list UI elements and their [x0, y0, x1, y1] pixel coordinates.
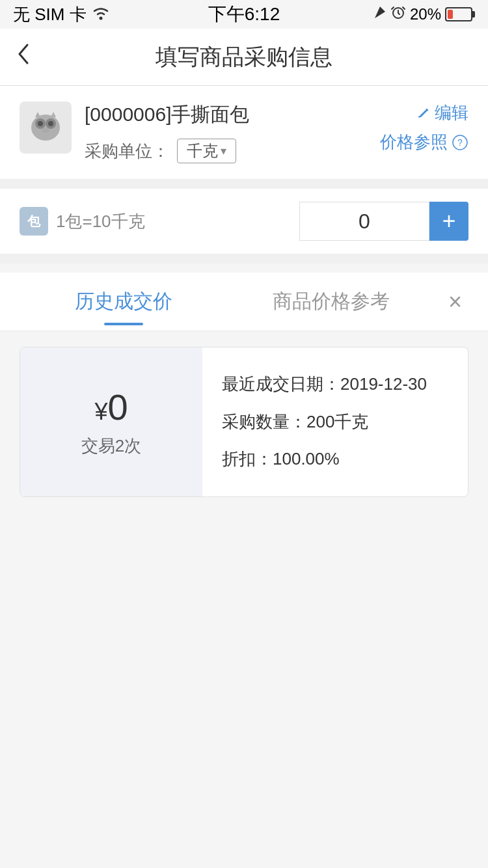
price-card-left: ¥0 交易2次 — [20, 347, 202, 496]
quantity-section: 包 1包=10千克 0 + — [0, 189, 488, 254]
svg-point-7 — [42, 128, 49, 133]
tab-history-label: 历史成交价 — [75, 290, 172, 312]
product-logo-text — [26, 105, 65, 150]
unit-dropdown-arrow: ▾ — [221, 144, 226, 158]
tabs-close-button[interactable]: × — [442, 282, 468, 322]
status-right: 20% — [373, 5, 475, 24]
status-bar: 无 SIM 卡 下午6:12 20% — [0, 0, 488, 29]
wifi-icon — [92, 5, 110, 25]
quantity-input[interactable]: 0 — [299, 202, 429, 241]
discount-value: 100.00% — [273, 449, 340, 468]
section-divider-2 — [0, 254, 488, 264]
price-trades: 交易2次 — [81, 435, 141, 457]
nav-bar: 填写商品采购信息 — [0, 29, 488, 86]
tab-product-price-label: 商品价格参考 — [273, 290, 390, 312]
svg-text:?: ? — [457, 137, 463, 148]
price-date-row: 最近成交日期：2019-12-30 — [222, 371, 448, 398]
price-display: ¥0 — [94, 386, 128, 428]
qty-plus-button[interactable]: + — [429, 202, 468, 241]
price-discount-row: 折扣：100.00% — [222, 446, 448, 473]
qty-detail-value: 200千克 — [306, 412, 368, 431]
price-qty-row: 采购数量：200千克 — [222, 409, 448, 436]
edit-label: 编辑 — [435, 102, 468, 124]
qty-input-group: 0 + — [299, 202, 468, 241]
product-logo — [20, 102, 72, 154]
tab-product-price-ref[interactable]: 商品价格参考 — [227, 278, 435, 325]
product-name: [0000006]手撕面包 — [85, 102, 249, 128]
date-label: 最近成交日期： — [222, 374, 340, 394]
network-label: 无 SIM 卡 — [13, 3, 87, 26]
price-card-area: ¥0 交易2次 最近成交日期：2019-12-30 采购数量：200千克 折扣：… — [0, 331, 488, 722]
svg-point-6 — [48, 121, 53, 126]
currency-symbol: ¥ — [94, 398, 107, 425]
battery-percent: 20% — [410, 5, 441, 23]
qty-detail-label: 采购数量： — [222, 412, 306, 431]
product-right-col: 编辑 价格参照 ? — [380, 102, 468, 154]
date-value: 2019-12-30 — [340, 374, 427, 394]
price-amount: 0 — [107, 387, 128, 427]
price-card: ¥0 交易2次 最近成交日期：2019-12-30 采购数量：200千克 折扣：… — [20, 347, 468, 497]
discount-label: 折扣： — [222, 449, 273, 468]
unit-type-badge: 包 — [20, 207, 48, 236]
unit-selector[interactable]: 千克 ▾ — [177, 139, 236, 163]
price-ref-label: 价格参照 — [380, 131, 448, 154]
tabs-bar: 历史成交价 商品价格参考 × — [0, 273, 488, 331]
product-info: [0000006]手撕面包 采购单位： 千克 ▾ — [85, 102, 249, 163]
tab-history-price[interactable]: 历史成交价 — [20, 278, 227, 325]
product-card: [0000006]手撕面包 采购单位： 千克 ▾ 编辑 价格参照 — [0, 86, 488, 180]
unit-type-text: 包 — [27, 213, 40, 230]
close-icon: × — [448, 288, 462, 315]
svg-point-0 — [99, 16, 102, 20]
status-left: 无 SIM 卡 — [13, 3, 110, 26]
page-title: 填写商品采购信息 — [156, 42, 332, 72]
status-time: 下午6:12 — [208, 2, 280, 27]
product-unit-row: 采购单位： 千克 ▾ — [85, 139, 249, 163]
gps-icon — [373, 5, 386, 23]
section-divider-1 — [0, 180, 488, 189]
price-ref-button[interactable]: 价格参照 ? — [380, 131, 468, 154]
alarm-icon — [390, 5, 406, 24]
svg-point-5 — [38, 121, 43, 126]
price-card-right: 最近成交日期：2019-12-30 采购数量：200千克 折扣：100.00% — [202, 347, 468, 496]
edit-button[interactable]: 编辑 — [416, 102, 468, 124]
back-button[interactable] — [16, 41, 31, 73]
plus-icon: + — [442, 208, 455, 235]
battery-icon — [445, 7, 475, 21]
unit-value: 千克 — [187, 141, 218, 161]
qty-label-group: 包 1包=10千克 — [20, 207, 145, 236]
unit-label: 采购单位： — [85, 140, 169, 163]
qty-conversion-label: 1包=10千克 — [56, 210, 145, 233]
